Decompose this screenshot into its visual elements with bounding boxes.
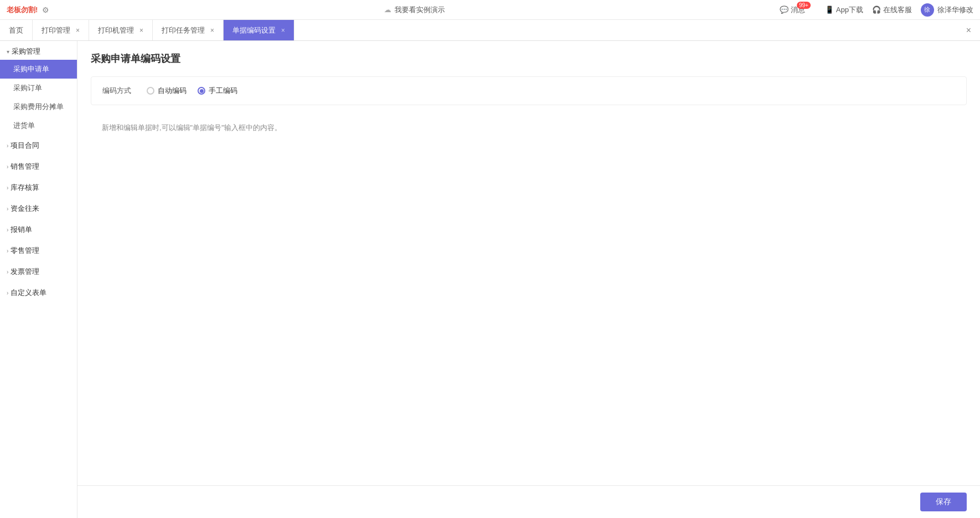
invoice-mgmt-arrow: › (7, 269, 8, 275)
sidebar-item-purchase-order[interactable]: 采购订单 (0, 79, 77, 97)
tab-single-code-setting[interactable]: 单据编码设置 × (224, 20, 294, 40)
return-sales-arrow: › (7, 227, 8, 233)
sidebar-item-purchase-order-label: 采购订单 (13, 84, 42, 92)
page-title: 采购申请单编码设置 (91, 52, 967, 65)
sidebar-group-sales-mgmt[interactable]: › 销售管理 (0, 156, 77, 177)
inventory-label: 库存核算 (11, 183, 39, 193)
retail-mgmt-arrow: › (7, 248, 8, 254)
sidebar-item-incoming[interactable]: 进货单 (0, 116, 77, 135)
retail-mgmt-label: 零售管理 (11, 246, 39, 256)
radio-group: 自动编码 手工编码 (147, 86, 237, 96)
tab-bar: 首页 打印管理 × 打印机管理 × 打印任务管理 × 单据编码设置 × × (0, 20, 980, 41)
auto-code-radio-circle (147, 87, 154, 95)
message-badge: 99+ (797, 2, 811, 9)
tab-printer-mgmt-close[interactable]: × (139, 27, 143, 34)
project-contract-arrow: › (7, 143, 8, 149)
description-text: 新增和编辑单据时,可以编辑"单据编号"输入框中的内容。 (91, 114, 967, 142)
save-button[interactable]: 保存 (920, 493, 967, 511)
user-name: 徐泽华修改 (937, 5, 973, 15)
purchase-mgmt-arrow: ▾ (7, 49, 9, 55)
manual-code-radio-circle (198, 87, 205, 95)
sidebar-item-incoming-label: 进货单 (13, 121, 35, 130)
manual-code-label: 手工编码 (209, 86, 237, 96)
online-service-button[interactable]: 🎧 在线客服 (872, 5, 912, 15)
code-method-row: 编码方式 自动编码 手工编码 (102, 86, 955, 96)
sidebar-group-inventory[interactable]: › 库存核算 (0, 177, 77, 198)
online-service-icon: 🎧 (872, 6, 881, 14)
tab-print-mgmt-label: 打印管理 (42, 25, 70, 35)
code-method-label: 编码方式 (102, 86, 133, 96)
message-button[interactable]: 💬 消息 99+ (780, 5, 805, 15)
tab-printer-mgmt[interactable]: 打印机管理 × (89, 20, 153, 40)
sidebar-item-purchase-request[interactable]: 采购申请单 (0, 60, 77, 79)
sidebar-group-invoice-mgmt[interactable]: › 发票管理 (0, 261, 77, 282)
auto-code-radio[interactable]: 自动编码 (147, 86, 186, 96)
inventory-arrow: › (7, 185, 8, 191)
avatar: 徐 (921, 3, 934, 17)
tab-single-code-setting-close[interactable]: × (281, 27, 285, 34)
sidebar-group-purchase-mgmt: ▾ 采购管理 采购申请单 采购订单 采购费用分摊单 进货单 (0, 41, 77, 135)
top-bar-center: ☁ 我要看实例演示 (384, 5, 445, 15)
content-footer: 保存 (77, 485, 980, 518)
sidebar-group-return-sales[interactable]: › 报销单 (0, 219, 77, 240)
code-method-section: 编码方式 自动编码 手工编码 (91, 76, 967, 105)
invoice-mgmt-label: 发票管理 (11, 267, 39, 277)
top-bar: 老板勿割! ⚙ ☁ 我要看实例演示 💬 消息 99+ 📱 App下载 🎧 在线客… (0, 0, 980, 20)
sidebar: ▾ 采购管理 采购申请单 采购订单 采购费用分摊单 进货单 › 项目合同 › 销… (0, 41, 77, 518)
tab-print-mgmt[interactable]: 打印管理 × (33, 20, 89, 40)
content-inner: 采购申请单编码设置 编码方式 自动编码 手工编码 (77, 41, 980, 485)
main-layout: ▾ 采购管理 采购申请单 采购订单 采购费用分摊单 进货单 › 项目合同 › 销… (0, 41, 980, 518)
settings-icon[interactable]: ⚙ (42, 6, 49, 14)
user-area[interactable]: 徐 徐泽华修改 (921, 3, 973, 17)
app-download-label: App下载 (836, 5, 863, 15)
content-area: 采购申请单编码设置 编码方式 自动编码 手工编码 (77, 41, 980, 518)
cloud-icon: ☁ (384, 6, 391, 14)
top-bar-right: 💬 消息 99+ 📱 App下载 🎧 在线客服 徐 徐泽华修改 (780, 3, 973, 17)
sidebar-group-purchase-mgmt-title[interactable]: ▾ 采购管理 (0, 41, 77, 60)
return-sales-label: 报销单 (11, 225, 32, 235)
manual-code-radio[interactable]: 手工编码 (198, 86, 237, 96)
fund-flow-arrow: › (7, 206, 8, 212)
online-service-label: 在线客服 (883, 5, 912, 15)
custom-form-label: 自定义表单 (11, 288, 46, 298)
tab-bar-close-all[interactable]: × (957, 20, 980, 40)
fund-flow-label: 资金往来 (11, 204, 39, 214)
demo-link[interactable]: 我要看实例演示 (395, 5, 445, 15)
sales-mgmt-label: 销售管理 (11, 162, 39, 172)
project-contract-label: 项目合同 (11, 141, 39, 151)
sidebar-item-purchase-expense[interactable]: 采购费用分摊单 (0, 97, 77, 116)
tab-printer-mgmt-label: 打印机管理 (98, 25, 134, 35)
tab-print-task-mgmt-label: 打印任务管理 (162, 25, 205, 35)
top-bar-left: 老板勿割! ⚙ (7, 5, 49, 15)
app-download-button[interactable]: 📱 App下载 (825, 5, 863, 15)
sidebar-group-retail-mgmt[interactable]: › 零售管理 (0, 240, 77, 261)
app-download-icon: 📱 (825, 6, 834, 14)
logo-text: 老板勿割! (7, 5, 38, 15)
tab-print-task-mgmt[interactable]: 打印任务管理 × (153, 20, 224, 40)
tab-print-task-mgmt-close[interactable]: × (210, 27, 214, 34)
message-icon: 💬 (780, 6, 789, 14)
sidebar-item-purchase-request-label: 采购申请单 (13, 65, 49, 73)
sidebar-group-custom-form[interactable]: › 自定义表单 (0, 282, 77, 303)
tab-single-code-setting-label: 单据编码设置 (232, 25, 276, 35)
sales-mgmt-arrow: › (7, 164, 8, 170)
sidebar-item-purchase-expense-label: 采购费用分摊单 (13, 102, 64, 111)
sidebar-group-fund-flow[interactable]: › 资金往来 (0, 198, 77, 219)
sidebar-group-project-contract[interactable]: › 项目合同 (0, 135, 77, 156)
tab-print-mgmt-close[interactable]: × (76, 27, 80, 34)
purchase-mgmt-label: 采购管理 (12, 46, 40, 56)
tab-home-label: 首页 (9, 25, 23, 35)
auto-code-label: 自动编码 (158, 86, 186, 96)
custom-form-arrow: › (7, 290, 8, 296)
tab-home[interactable]: 首页 (0, 20, 33, 40)
